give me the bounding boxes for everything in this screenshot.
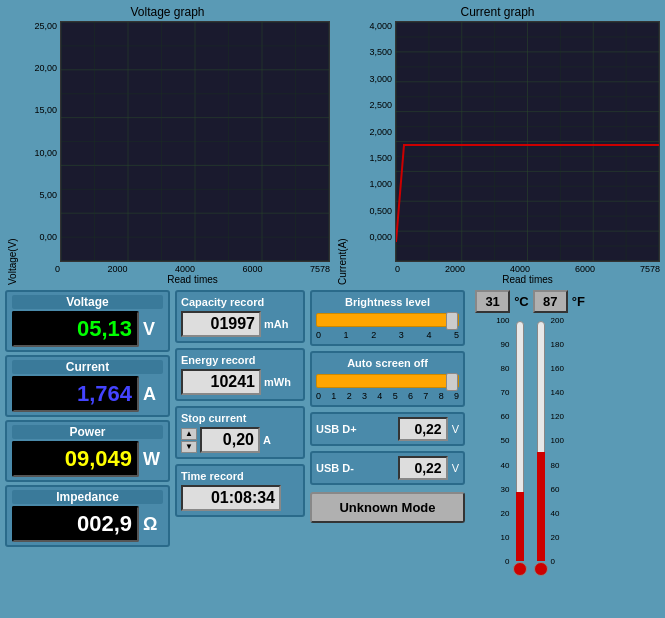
current-meter: Current 1,764 A bbox=[5, 355, 170, 417]
records-column: Capacity record mAh Energy record mWh St… bbox=[175, 290, 305, 613]
current-label: Current bbox=[12, 360, 163, 374]
spinner-down[interactable]: ▼ bbox=[181, 441, 197, 453]
celsius-tube bbox=[512, 316, 528, 576]
voltage-unit: V bbox=[143, 319, 163, 340]
voltage-graph-title: Voltage graph bbox=[130, 5, 204, 19]
usb-dminus-row: USB D- V bbox=[310, 451, 465, 485]
current-y-axis: 4,000 3,500 3,000 2,500 2,000 1,500 1,00… bbox=[350, 21, 395, 262]
energy-section: Energy record mWh bbox=[175, 348, 305, 401]
controls-right-mid: Brightness level 0 1 2 3 4 5 Auto screen… bbox=[310, 290, 465, 613]
voltage-y-label: Voltage(V) bbox=[5, 21, 18, 285]
voltage-meter: Voltage 05,13 V bbox=[5, 290, 170, 352]
thermometers-column: 31 °C 87 °F 100 90 80 70 60 50 40 30 20 … bbox=[470, 290, 590, 613]
celsius-fill bbox=[516, 492, 524, 561]
power-display: 09,049 bbox=[12, 441, 139, 477]
capacity-unit: mAh bbox=[264, 318, 288, 330]
voltage-x-axis: 0 2000 4000 6000 7578 bbox=[20, 262, 330, 274]
usb-dplus-label: USB D+ bbox=[316, 423, 394, 435]
celsius-thermometer: 100 90 80 70 60 50 40 30 20 10 0 bbox=[496, 316, 527, 613]
current-x-axis: 0 2000 4000 6000 7578 bbox=[350, 262, 660, 274]
fahrenheit-tube bbox=[533, 316, 549, 576]
screen-off-slider-thumb[interactable] bbox=[446, 373, 458, 391]
power-meter: Power 09,049 W bbox=[5, 420, 170, 482]
fahrenheit-fill bbox=[537, 452, 545, 561]
celsius-scale: 100 90 80 70 60 50 40 30 20 10 0 bbox=[496, 316, 511, 566]
current-graph-canvas bbox=[395, 21, 660, 262]
stop-current-input[interactable] bbox=[200, 427, 260, 453]
usb-dminus-input[interactable] bbox=[398, 456, 448, 480]
voltage-x-label: Read times bbox=[20, 274, 330, 285]
fahrenheit-bulb bbox=[534, 562, 548, 576]
screen-off-slider-track[interactable] bbox=[316, 374, 459, 388]
energy-label: Energy record bbox=[181, 354, 299, 366]
energy-input[interactable] bbox=[181, 369, 261, 395]
stop-current-section: Stop current ▲ ▼ A bbox=[175, 406, 305, 459]
usb-dplus-row: USB D+ V bbox=[310, 412, 465, 446]
voltage-label: Voltage bbox=[12, 295, 163, 309]
brightness-label: Brightness level bbox=[316, 296, 459, 308]
current-x-label: Read times bbox=[350, 274, 660, 285]
current-graph-svg bbox=[396, 22, 659, 261]
usb-dplus-input[interactable] bbox=[398, 417, 448, 441]
meters-column: Voltage 05,13 V Current 1,764 A Power 09… bbox=[5, 290, 170, 613]
brightness-slider-thumb[interactable] bbox=[446, 312, 458, 330]
usb-dminus-unit: V bbox=[452, 462, 459, 474]
screen-off-ticks: 0 1 2 3 4 5 6 7 8 9 bbox=[316, 390, 459, 401]
current-graph-title: Current graph bbox=[460, 5, 534, 19]
time-label: Time record bbox=[181, 470, 299, 482]
impedance-meter: Impedance 002,9 Ω bbox=[5, 485, 170, 547]
unknown-mode-button[interactable]: Unknown Mode bbox=[310, 492, 465, 523]
voltage-graph-container: Voltage graph Voltage(V) 25,00 20,00 15,… bbox=[5, 5, 330, 285]
voltage-graph-canvas bbox=[60, 21, 330, 262]
brightness-section: Brightness level 0 1 2 3 4 5 bbox=[310, 290, 465, 346]
voltage-display: 05,13 bbox=[12, 311, 139, 347]
current-display: 1,764 bbox=[12, 376, 139, 412]
fahrenheit-value: 87 bbox=[533, 290, 568, 313]
power-unit: W bbox=[143, 449, 163, 470]
celsius-bulb bbox=[513, 562, 527, 576]
stop-current-unit: A bbox=[263, 434, 271, 446]
capacity-input[interactable] bbox=[181, 311, 261, 337]
celsius-value: 31 bbox=[475, 290, 510, 313]
thermometers-row: 100 90 80 70 60 50 40 30 20 10 0 bbox=[470, 316, 590, 613]
voltage-y-axis: 25,00 20,00 15,00 10,00 5,00 0,00 bbox=[20, 21, 60, 262]
capacity-section: Capacity record mAh bbox=[175, 290, 305, 343]
capacity-label: Capacity record bbox=[181, 296, 299, 308]
impedance-unit: Ω bbox=[143, 514, 163, 535]
screen-off-label: Auto screen off bbox=[316, 357, 459, 369]
thermo-header: 31 °C 87 °F bbox=[470, 290, 590, 313]
celsius-unit: °C bbox=[514, 294, 529, 309]
brightness-ticks: 0 1 2 3 4 5 bbox=[316, 329, 459, 340]
time-input[interactable] bbox=[181, 485, 281, 511]
power-label: Power bbox=[12, 425, 163, 439]
usb-dminus-label: USB D- bbox=[316, 462, 394, 474]
impedance-display: 002,9 bbox=[12, 506, 139, 542]
current-y-label: Current(A) bbox=[335, 21, 348, 285]
fahrenheit-unit: °F bbox=[572, 294, 585, 309]
spinner-up[interactable]: ▲ bbox=[181, 428, 197, 440]
current-unit: A bbox=[143, 384, 163, 405]
impedance-label: Impedance bbox=[12, 490, 163, 504]
voltage-graph-svg bbox=[61, 22, 329, 261]
screen-off-section: Auto screen off 0 1 2 3 4 5 6 7 8 9 bbox=[310, 351, 465, 407]
energy-unit: mWh bbox=[264, 376, 291, 388]
fahrenheit-thermometer: 200 180 160 140 120 100 80 60 40 20 0 bbox=[533, 316, 564, 613]
stop-current-spinner[interactable]: ▲ ▼ bbox=[181, 428, 197, 453]
fahrenheit-scale: 200 180 160 140 120 100 80 60 40 20 0 bbox=[549, 316, 564, 566]
graphs-area: Voltage graph Voltage(V) 25,00 20,00 15,… bbox=[0, 0, 665, 285]
usb-dplus-unit: V bbox=[452, 423, 459, 435]
current-graph-container: Current graph Current(A) 4,000 3,500 3,0… bbox=[335, 5, 660, 285]
brightness-slider-track[interactable] bbox=[316, 313, 459, 327]
controls-area: Voltage 05,13 V Current 1,764 A Power 09… bbox=[0, 285, 665, 618]
stop-current-label: Stop current bbox=[181, 412, 299, 424]
time-section: Time record bbox=[175, 464, 305, 517]
